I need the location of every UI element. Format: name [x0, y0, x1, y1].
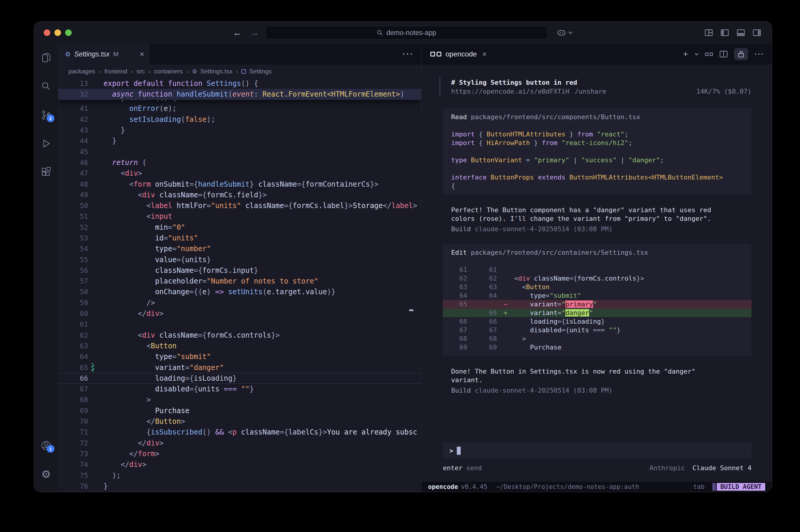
- code-text: id="units": [104, 234, 198, 242]
- line-number: 72: [58, 439, 104, 447]
- text-line: colors (rose). I'll change the variant f…: [451, 214, 751, 223]
- code-text: <label htmlFor="units" className={formCs…: [104, 202, 417, 210]
- tab-settings-tsx[interactable]: ⚙ Settings.tsx M ×: [58, 44, 150, 64]
- code-text: return (: [104, 158, 147, 167]
- tool-path: packages/frontend/src/components/Button.…: [471, 113, 640, 121]
- code-line: 72 </div>: [58, 438, 421, 449]
- terminal-dropdown-chevron-icon[interactable]: [695, 53, 699, 56]
- code-line: 57 placeholder="Number of notes to store…: [58, 276, 421, 286]
- tool-action: Edit: [451, 249, 467, 256]
- panel-tab-label[interactable]: opencode: [446, 50, 477, 58]
- line-number: 68: [58, 396, 104, 404]
- split-terminal-icon[interactable]: [720, 51, 728, 58]
- diff-new-line-number: 65: [467, 308, 497, 317]
- code-text: onError(e);: [104, 104, 176, 113]
- new-terminal-icon[interactable]: +: [683, 49, 688, 59]
- code-line: [451, 121, 743, 130]
- read-tool-block: Read packages/frontend/src/components/Bu…: [443, 108, 751, 195]
- breadcrumb-item[interactable]: src: [136, 68, 145, 75]
- line-number: 32: [58, 90, 104, 98]
- code-text: }: [104, 137, 116, 145]
- code-line: 75 );: [58, 470, 421, 480]
- code-line: 63 <Button: [58, 341, 421, 351]
- code-line: [451, 164, 743, 173]
- line-number: 54: [58, 245, 104, 253]
- opencode-statusbar: opencode v0.4.45 ~/Desktop/Projects/demo…: [422, 482, 772, 492]
- diff-new-line-number: 64: [467, 291, 497, 300]
- minimize-button[interactable]: [54, 30, 61, 36]
- extensions-icon[interactable]: [34, 164, 58, 180]
- copilot-menu-button[interactable]: [557, 22, 573, 44]
- activity-bar: 2 1 ⚙: [34, 44, 58, 492]
- diff-row: 6666 loading={isLoading}: [443, 317, 751, 326]
- customize-layout-icon[interactable]: [705, 29, 713, 36]
- window-controls[interactable]: [44, 22, 72, 44]
- breadcrumb-item[interactable]: Settings: [249, 68, 272, 75]
- code-line: type ButtonVariant = "primary" | "succes…: [451, 156, 743, 164]
- agent-badge-label: BUILD AGENT: [717, 483, 765, 491]
- breadcrumb-separator: ›: [186, 68, 189, 75]
- chat-input[interactable]: >: [443, 442, 751, 459]
- code-line: 41 onError(e);: [58, 103, 421, 114]
- assistant-message: Perfect! The Button component has a "dan…: [443, 206, 751, 223]
- text-line: Done! The Button in Settings.tsx is now …: [451, 367, 751, 376]
- agent-badge: BUILD AGENT: [712, 483, 765, 491]
- code-text: </Button>: [104, 417, 185, 425]
- line-number: 47: [58, 169, 104, 177]
- opencode-terminal[interactable]: # Styling Settings button in red https:/…: [422, 64, 772, 482]
- code-line: 32 async function handleSubmit(event: Re…: [58, 89, 421, 99]
- toggle-sidebar-right-icon[interactable]: [753, 29, 761, 36]
- breadcrumb-separator: ›: [98, 68, 101, 75]
- code-line: 61: [58, 319, 421, 329]
- search-icon: [377, 30, 383, 36]
- modified-gutter-marker: [92, 363, 94, 372]
- editor-more-actions-icon[interactable]: ···: [403, 49, 414, 59]
- code-line: 62 <div className={formCs.controls}>: [58, 330, 421, 341]
- breadcrumb-item[interactable]: packages: [69, 68, 95, 75]
- explorer-icon[interactable]: [34, 50, 58, 66]
- command-center-search[interactable]: demo-notes-app: [265, 26, 548, 40]
- code-text: <form onSubmit={handleSubmit} className=…: [104, 180, 378, 188]
- line-number: 45: [58, 148, 104, 156]
- close-button[interactable]: [44, 30, 50, 36]
- code-editor[interactable]: 40 } catch (e) {41 onError(e);42 setIsLo…: [58, 78, 421, 492]
- back-icon[interactable]: ←: [233, 27, 242, 38]
- diff-new-line-number: 63: [467, 283, 497, 291]
- session-header: # Styling Settings button in red https:/…: [443, 78, 751, 96]
- tab-label: Settings.tsx: [74, 50, 110, 58]
- breadcrumb[interactable]: packages›frontend›src›containers›⚙Settin…: [58, 64, 421, 78]
- search-sidebar-icon[interactable]: [34, 79, 58, 94]
- tab-close-icon[interactable]: ×: [140, 50, 144, 59]
- breadcrumb-item[interactable]: frontend: [105, 68, 127, 75]
- toggle-sidebar-left-icon[interactable]: [721, 29, 729, 36]
- source-control-icon[interactable]: 2: [34, 107, 58, 123]
- diff-new-line-number: 61: [467, 265, 497, 274]
- run-debug-icon[interactable]: [34, 136, 58, 151]
- line-number: 60: [58, 310, 104, 318]
- code-line: [451, 147, 743, 156]
- code-text: placeholder="Number of notes to store": [104, 277, 318, 285]
- zoom-button[interactable]: [65, 30, 72, 36]
- breadcrumb-item[interactable]: Settings.tsx: [200, 68, 232, 75]
- code-text: <Button: [104, 342, 176, 350]
- toggle-panel-bottom-icon[interactable]: [737, 29, 745, 36]
- panel-more-actions-icon[interactable]: ···: [755, 50, 764, 59]
- chevron-down-icon: [568, 32, 573, 34]
- lock-terminal-icon[interactable]: [734, 48, 748, 60]
- diff-row: 6868 >: [443, 334, 751, 343]
- line-number: 71: [58, 428, 104, 436]
- panel-close-icon[interactable]: ×: [482, 50, 486, 59]
- line-number: 57: [58, 277, 104, 285]
- code-text: <input: [104, 212, 172, 221]
- code-line: 46 return (: [58, 157, 421, 168]
- code-text: disabled={units === ""}: [104, 385, 254, 393]
- code-lines: 40 } catch (e) {41 onError(e);42 setIsLo…: [58, 78, 421, 492]
- accounts-icon[interactable]: 1: [34, 438, 58, 453]
- breadcrumb-item[interactable]: containers: [154, 68, 183, 75]
- line-number: 46: [58, 159, 104, 167]
- opencode-tab-icon[interactable]: [705, 53, 713, 56]
- forward-icon[interactable]: →: [250, 27, 259, 38]
- settings-gear-icon[interactable]: ⚙: [34, 466, 58, 482]
- line-number: 43: [58, 126, 104, 134]
- gear-icon: ⚙: [192, 68, 197, 75]
